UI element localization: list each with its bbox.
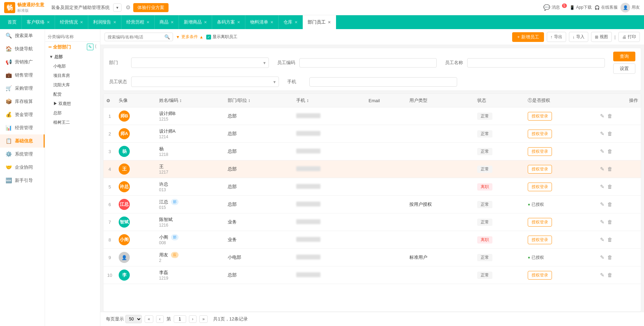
emp-name-input[interactable]: [467, 58, 605, 68]
search-input[interactable]: [108, 35, 163, 39]
sidebar-item-search[interactable]: 🔍搜索菜单: [0, 29, 45, 42]
edit-icon[interactable]: ✎: [600, 219, 605, 225]
edit-icon[interactable]: ✎: [600, 201, 605, 208]
edit-icon[interactable]: ✎: [600, 184, 605, 190]
nav-tab-物料清单[interactable]: 物料清单✕: [245, 15, 279, 29]
import-btn[interactable]: ↓ 导入: [569, 32, 588, 42]
tab-close-icon[interactable]: ✕: [47, 20, 50, 25]
edit-icon[interactable]: ✎: [600, 148, 605, 155]
dept-node-双鹿想[interactable]: ▶ 双鹿想: [46, 99, 99, 108]
edit-icon[interactable]: ✎: [600, 113, 605, 119]
delete-icon[interactable]: 🗑: [607, 113, 613, 119]
auth-btn[interactable]: 授权登录: [528, 236, 552, 244]
nav-tab-仓库[interactable]: 仓库✕: [279, 15, 303, 29]
tab-close-icon[interactable]: ✕: [80, 20, 83, 25]
nav-tab-经营历程[interactable]: 经营历程✕: [121, 15, 155, 29]
edit-icon[interactable]: ✎: [600, 254, 605, 261]
all-dept-label[interactable]: ▪▪ 全部部门: [48, 44, 71, 50]
dept-node-项目库房[interactable]: 项目库房: [46, 71, 99, 80]
settings-icon[interactable]: ⚙: [126, 4, 130, 11]
col-name[interactable]: 姓名/编码 ↕: [156, 94, 225, 107]
dept-search-input[interactable]: [48, 34, 100, 39]
search-btn[interactable]: 查询: [613, 52, 635, 61]
auth-btn[interactable]: 授权登录: [528, 112, 552, 121]
auth-btn[interactable]: 授权登录: [528, 183, 552, 191]
tab-close-icon[interactable]: ✕: [113, 20, 116, 25]
nav-tab-首页[interactable]: 首页: [3, 15, 22, 29]
show-leave-checkbox[interactable]: ✓ 显示离职员工: [206, 34, 237, 40]
delete-icon[interactable]: 🗑: [607, 148, 613, 155]
edit-icon[interactable]: ✎: [600, 166, 605, 172]
tab-close-icon[interactable]: ✕: [146, 20, 149, 25]
edit-icon[interactable]: ✎: [600, 272, 605, 278]
nav-tab-条码方案[interactable]: 条码方案✕: [212, 15, 245, 29]
nav-tab-新增商品[interactable]: 新增商品✕: [179, 15, 212, 29]
tab-close-icon[interactable]: ✕: [328, 20, 331, 25]
dept-collapse-icon[interactable]: ⟨: [95, 44, 97, 50]
emp-code-input[interactable]: [299, 58, 437, 68]
sidebar-item-finance[interactable]: 💰资金管理: [0, 108, 45, 121]
sidebar-item-collab[interactable]: 🤝企业协同: [0, 161, 45, 174]
delete-icon[interactable]: 🗑: [607, 131, 613, 137]
auth-btn[interactable]: 授权登录: [528, 165, 552, 174]
tab-close-icon[interactable]: ✕: [237, 20, 240, 25]
nav-tab-客户联络[interactable]: 客户联络✕: [22, 15, 55, 29]
nav-tab-经营情况[interactable]: 经营情况✕: [55, 15, 88, 29]
first-page-btn[interactable]: «: [145, 315, 153, 323]
nav-tab-商品[interactable]: 商品✕: [155, 15, 179, 29]
auth-btn[interactable]: 授权登录: [528, 271, 552, 280]
tab-close-icon[interactable]: ✕: [270, 20, 273, 25]
app-download-btn[interactable]: 📱 App下载: [570, 5, 592, 10]
next-page-btn[interactable]: ›: [189, 315, 197, 323]
sidebar-item-sales[interactable]: 💼销售管理: [0, 69, 45, 82]
auth-btn[interactable]: 授权登录: [528, 130, 552, 138]
last-page-btn[interactable]: »: [199, 315, 208, 323]
delete-icon[interactable]: 🗑: [607, 184, 613, 190]
experience-btn[interactable]: 体验行业方案: [133, 3, 169, 12]
delete-icon[interactable]: 🗑: [607, 272, 613, 278]
dept-node-总部[interactable]: 总部: [46, 108, 99, 118]
delete-icon[interactable]: 🗑: [607, 219, 613, 225]
dept-edit-icon[interactable]: ✎: [87, 44, 93, 50]
add-employee-btn[interactable]: + 新增员工: [512, 32, 544, 42]
edit-icon[interactable]: ✎: [600, 131, 605, 137]
user-btn[interactable]: 👤 用友: [620, 3, 640, 12]
view-btn[interactable]: ⊞ 视图: [591, 32, 612, 42]
more-filter-btn[interactable]: ▼ 更多条件 ▲: [176, 34, 203, 40]
prev-page-btn[interactable]: ‹: [156, 315, 164, 323]
online-service-btn[interactable]: 🎧 在线客服: [595, 5, 618, 10]
dept-select[interactable]: ▾: [131, 58, 269, 68]
auth-btn[interactable]: 授权登录: [528, 147, 552, 156]
phone-input[interactable]: [309, 77, 457, 87]
dept-node-植树王二[interactable]: 植树王二: [46, 118, 99, 127]
tab-close-icon[interactable]: ✕: [171, 20, 174, 25]
sidebar-item-purchase[interactable]: 🛒采购管理: [0, 82, 45, 95]
edit-icon[interactable]: ✎: [600, 237, 605, 243]
dept-node-小电部[interactable]: 小电部: [46, 62, 99, 71]
tab-close-icon[interactable]: ✕: [294, 20, 298, 25]
set-btn[interactable]: 设置: [613, 63, 635, 74]
sidebar-item-basic[interactable]: 📋基础信息: [0, 134, 45, 148]
export-btn[interactable]: ↑ 导出: [547, 32, 566, 42]
tab-close-icon[interactable]: ✕: [204, 20, 207, 25]
col-phone[interactable]: 手机 ↕: [293, 94, 366, 107]
nav-tab-利润报告[interactable]: 利润报告✕: [88, 15, 121, 29]
auth-btn[interactable]: 授权登录: [528, 218, 552, 227]
search-icon[interactable]: 🔍: [164, 34, 170, 39]
delete-icon[interactable]: 🗑: [607, 166, 613, 172]
message-btn[interactable]: 💬 消息 5: [543, 4, 567, 11]
dept-node-沈阳大库[interactable]: 沈阳大库: [46, 80, 99, 90]
dept-node-总部[interactable]: ▼ 总部: [46, 52, 99, 62]
delete-icon[interactable]: 🗑: [607, 254, 613, 261]
print-btn[interactable]: 🖨 打印: [618, 32, 640, 42]
nav-tab-部门员工[interactable]: 部门员工✕: [303, 15, 336, 29]
sidebar-item-quicknav[interactable]: 🏠快捷导航: [0, 42, 45, 55]
per-page-select[interactable]: 50: [125, 315, 142, 323]
sidebar-item-system[interactable]: ⚙️系统管理: [0, 148, 45, 161]
col-dept[interactable]: 部门/职位 ↕: [225, 94, 293, 107]
dept-node-配货[interactable]: 配货: [46, 90, 99, 99]
sidebar-item-inventory[interactable]: 📦库存核算: [0, 95, 45, 108]
col-setting-btn[interactable]: ⚙: [103, 94, 116, 107]
delete-icon[interactable]: 🗑: [607, 237, 613, 243]
delete-icon[interactable]: 🗑: [607, 201, 613, 208]
